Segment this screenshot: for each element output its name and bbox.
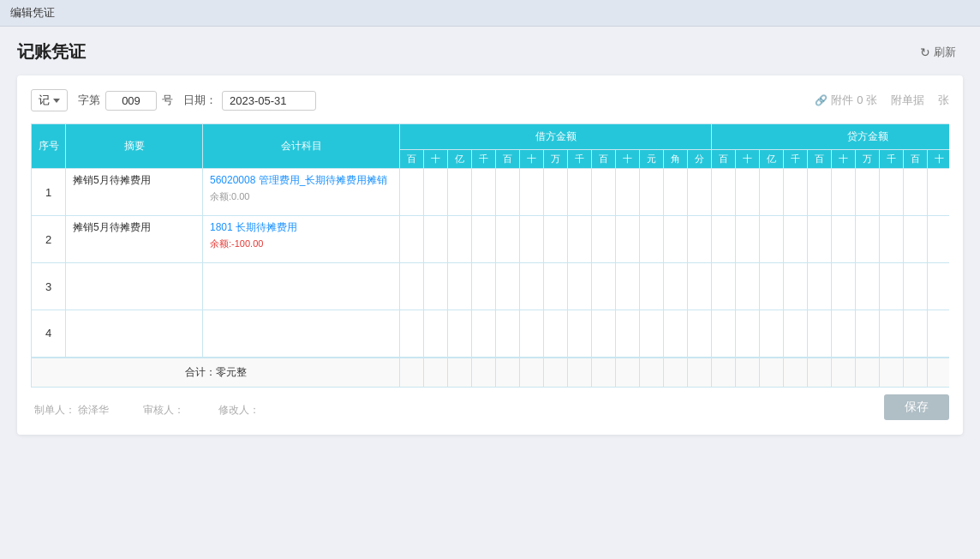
row-1-debit-9[interactable] [616,216,640,263]
row-1-seq[interactable]: 2 [32,216,66,263]
row-3-debit-10[interactable] [640,310,664,358]
row-1-credit-9[interactable] [928,216,949,263]
row-0-credit-6[interactable] [856,169,880,216]
row-0-debit-2[interactable] [448,169,472,216]
row-3-credit-1[interactable] [736,310,760,358]
row-0-credit-5[interactable] [832,169,856,216]
row-2-debit-6[interactable] [544,263,568,310]
row-2-credit-1[interactable] [736,263,760,310]
row-1-debit-11[interactable] [664,216,688,263]
row-2-debit-1[interactable] [424,263,448,310]
row-2-debit-5[interactable] [520,263,544,310]
row-3-debit-2[interactable] [448,310,472,358]
row-2-summary[interactable] [66,263,203,310]
row-0-credit-3[interactable] [784,169,808,216]
row-2-credit-4[interactable] [808,263,832,310]
row-3-credit-5[interactable] [832,310,856,358]
row-2-credit-0[interactable] [712,263,736,310]
row-2-debit-11[interactable] [664,263,688,310]
fudanjv-link[interactable]: 附单据 [891,93,924,108]
row-0-credit-2[interactable] [760,169,784,216]
row-0-debit-5[interactable] [520,169,544,216]
row-3-credit-0[interactable] [712,310,736,358]
save-button[interactable]: 保存 [884,394,949,420]
row-0-debit-7[interactable] [568,169,592,216]
row-3-debit-3[interactable] [472,310,496,358]
row-3-credit-3[interactable] [784,310,808,358]
row-2-debit-3[interactable] [472,263,496,310]
row-3-seq[interactable]: 4 [32,310,66,358]
row-1-credit-1[interactable] [736,216,760,263]
row-0-debit-1[interactable] [424,169,448,216]
row-0-seq[interactable]: 1 [32,169,66,216]
row-3-credit-8[interactable] [904,310,928,358]
row-3-summary[interactable] [66,310,203,358]
row-1-credit-0[interactable] [712,216,736,263]
row-1-account[interactable]: 1801 长期待摊费用余额:-100.00 [203,216,400,263]
row-1-debit-3[interactable] [472,216,496,263]
row-1-credit-6[interactable] [856,216,880,263]
row-1-debit-10[interactable] [640,216,664,263]
date-input[interactable] [222,91,316,111]
row-3-credit-2[interactable] [760,310,784,358]
row-1-credit-4[interactable] [808,216,832,263]
row-2-seq[interactable]: 3 [32,263,66,310]
row-2-credit-2[interactable] [760,263,784,310]
row-0-credit-4[interactable] [808,169,832,216]
row-3-debit-11[interactable] [664,310,688,358]
row-2-credit-6[interactable] [856,263,880,310]
row-0-debit-3[interactable] [472,169,496,216]
row-3-credit-4[interactable] [808,310,832,358]
row-1-credit-8[interactable] [904,216,928,263]
row-1-debit-12[interactable] [688,216,712,263]
row-3-credit-6[interactable] [856,310,880,358]
row-2-credit-3[interactable] [784,263,808,310]
row-0-debit-11[interactable] [664,169,688,216]
row-3-debit-5[interactable] [520,310,544,358]
row-1-debit-0[interactable] [400,216,424,263]
voucher-type-button[interactable]: 记 [31,89,68,111]
row-2-account[interactable] [203,263,400,310]
row-3-debit-12[interactable] [688,310,712,358]
row-1-debit-5[interactable] [520,216,544,263]
row-1-debit-6[interactable] [544,216,568,263]
row-2-credit-8[interactable] [904,263,928,310]
row-1-debit-1[interactable] [424,216,448,263]
row-0-credit-7[interactable] [880,169,904,216]
row-2-debit-10[interactable] [640,263,664,310]
row-2-credit-9[interactable] [928,263,949,310]
row-1-credit-7[interactable] [880,216,904,263]
row-0-credit-0[interactable] [712,169,736,216]
attachment-link[interactable]: 🔗 附件 0 张 [815,93,877,108]
row-1-debit-8[interactable] [592,216,616,263]
row-0-summary[interactable]: 摊销5月待摊费用 [66,169,203,216]
row-0-debit-12[interactable] [688,169,712,216]
row-1-credit-2[interactable] [760,216,784,263]
refresh-button[interactable]: ↻ 刷新 [913,41,963,63]
row-1-debit-2[interactable] [448,216,472,263]
row-0-debit-6[interactable] [544,169,568,216]
row-3-debit-0[interactable] [400,310,424,358]
row-0-debit-8[interactable] [592,169,616,216]
row-3-credit-7[interactable] [880,310,904,358]
row-2-debit-0[interactable] [400,263,424,310]
row-2-debit-9[interactable] [616,263,640,310]
row-0-credit-1[interactable] [736,169,760,216]
row-1-debit-4[interactable] [496,216,520,263]
row-3-debit-8[interactable] [592,310,616,358]
row-3-credit-9[interactable] [928,310,949,358]
row-1-credit-3[interactable] [784,216,808,263]
row-1-summary[interactable]: 摊销5月待摊费用 [66,216,203,263]
voucher-number-input[interactable] [105,91,157,111]
row-2-debit-7[interactable] [568,263,592,310]
row-2-credit-7[interactable] [880,263,904,310]
row-3-debit-6[interactable] [544,310,568,358]
row-0-debit-0[interactable] [400,169,424,216]
row-3-debit-1[interactable] [424,310,448,358]
row-0-debit-4[interactable] [496,169,520,216]
row-0-credit-8[interactable] [904,169,928,216]
row-0-credit-9[interactable] [928,169,949,216]
row-2-debit-2[interactable] [448,263,472,310]
row-2-credit-5[interactable] [832,263,856,310]
row-3-debit-9[interactable] [616,310,640,358]
